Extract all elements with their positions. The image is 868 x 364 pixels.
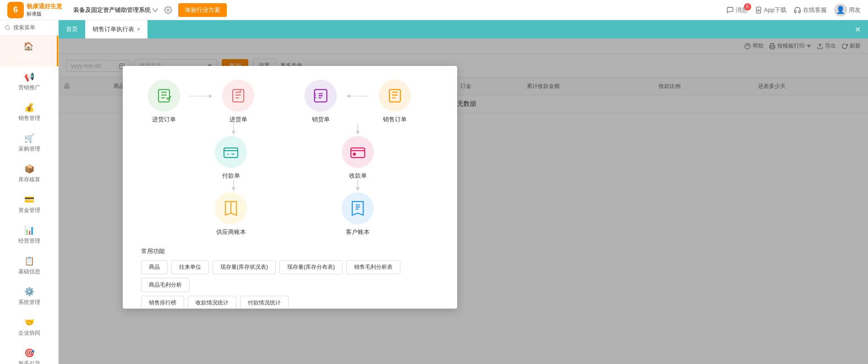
- func-btn-sales-rank[interactable]: 销售排行榜: [141, 296, 184, 309]
- svg-marker-32: [356, 187, 360, 191]
- message-icon: [726, 6, 734, 14]
- payment-circle: [215, 136, 247, 168]
- app-container: 6 畅康通好生意 标准版 装备及固定资产辅助管理系统 体验行业方案 消息: [0, 0, 868, 364]
- sidebar: 搜索菜单 🏠 快捷导航 📢 营销推广 💰 销售管理 🛒 采购管理 📦 库存核算: [0, 20, 59, 364]
- sidebar-item-quick[interactable]: 🏠 快捷导航: [0, 36, 58, 66]
- online-service-button[interactable]: 在线客服: [794, 6, 827, 14]
- common-functions-section: 常用功能 商品 往来单位 现存量(库存状况表) 现存量(库存分布表) 销售毛利分…: [141, 247, 439, 309]
- sidebar-item-business[interactable]: 📊 经营管理: [0, 220, 58, 250]
- settings-gear-button[interactable]: [162, 4, 175, 16]
- func-btn-product[interactable]: 商品: [141, 260, 168, 274]
- system-icon: ⚙️: [24, 287, 34, 297]
- svg-point-0: [167, 9, 169, 11]
- arrow-down-2: [171, 180, 231, 192]
- purchase-icon: 🛒: [24, 133, 34, 143]
- business-icon: 📊: [24, 225, 34, 235]
- arrow-down-4: [342, 180, 374, 192]
- sidebar-item-system[interactable]: ⚙️ 系统管理: [0, 281, 58, 312]
- finance-icon: 💳: [24, 195, 34, 205]
- purchase-bill-icon: [230, 87, 246, 104]
- app-download-button[interactable]: App下载: [755, 6, 786, 14]
- customer-ledger-icon: [349, 200, 366, 217]
- sale-order-icon: [387, 87, 403, 104]
- svg-point-30: [353, 153, 355, 155]
- svg-rect-16: [233, 90, 244, 102]
- sidebar-item-finance[interactable]: 💳 资金管理: [0, 189, 58, 220]
- svg-line-4: [9, 29, 10, 30]
- arrow-down-1: [171, 124, 231, 136]
- sidebar-item-marketing[interactable]: 📢 营销推广: [0, 66, 58, 97]
- system-title-dropdown[interactable]: 装备及固定资产辅助管理系统: [73, 6, 158, 14]
- receipt-circle: [342, 136, 374, 168]
- download-icon: [755, 6, 762, 14]
- purchase-bill-circle: [222, 80, 254, 112]
- svg-marker-21: [232, 187, 235, 191]
- func-btn-product-margin[interactable]: 商品毛利分析: [141, 278, 190, 292]
- gear-icon: [164, 6, 172, 14]
- tab-close-button[interactable]: ×: [137, 26, 140, 33]
- func-btn-receipt-stats[interactable]: 收款情况统计: [188, 296, 236, 309]
- purchase-flow-col: 进货订单: [141, 80, 261, 236]
- sale-bill-circle: [305, 80, 337, 112]
- arrow-h-1: [190, 93, 213, 110]
- down-arrow-4: [355, 180, 360, 191]
- sidebar-item-sales[interactable]: 💰 销售管理: [0, 97, 58, 128]
- trial-button[interactable]: 体验行业方案: [178, 3, 227, 17]
- tab-sales-order[interactable]: 销售订单执行表 ×: [85, 20, 147, 38]
- headset-icon: [794, 6, 801, 14]
- flow-item-payment[interactable]: 付款单: [155, 136, 247, 180]
- sidebar-item-purchase[interactable]: 🛒 采购管理: [0, 128, 58, 158]
- down-arrow-3: [355, 124, 360, 135]
- purchase-top-row: 进货订单: [141, 80, 261, 124]
- quick-nav-icon: 🏠: [23, 41, 33, 51]
- down-arrow-2: [231, 180, 236, 191]
- common-funcs-title: 常用功能: [141, 247, 439, 255]
- sidebar-item-guide[interactable]: 🎯 新手引导: [0, 342, 58, 364]
- flow-item-sale-bill[interactable]: 销货单: [298, 80, 344, 124]
- sale-order-circle: [379, 80, 411, 112]
- func-btn-payment-stats[interactable]: 付款情况统计: [240, 296, 289, 309]
- content-area: 首页 销售订单执行表 × ✕ 帮助: [59, 20, 868, 364]
- func-btn-inventory-dist[interactable]: 现存量(库存分布表): [279, 260, 343, 274]
- avatar: 👤: [834, 4, 847, 16]
- top-bar: 6 畅康通好生意 标准版 装备及固定资产辅助管理系统 体验行业方案 消息: [0, 0, 868, 20]
- svg-rect-13: [158, 90, 169, 102]
- tab-bar-close-button[interactable]: ✕: [847, 25, 868, 34]
- func-btn-inventory-status[interactable]: 现存量(库存状况表): [213, 260, 276, 274]
- flow-item-purchase-order[interactable]: 进货订单: [141, 80, 187, 124]
- sidebar-item-basic[interactable]: 📋 基础信息: [0, 250, 58, 281]
- message-badge: 6: [744, 3, 751, 11]
- func-btn-sales-margin[interactable]: 销售毛利分析表: [346, 260, 400, 274]
- svg-marker-28: [356, 131, 360, 135]
- flow-item-receipt[interactable]: 收款单: [335, 136, 381, 180]
- svg-rect-29: [351, 148, 365, 158]
- flow-item-supplier-ledger[interactable]: 供应商账本: [155, 192, 247, 236]
- message-button[interactable]: 消息 6: [726, 6, 748, 14]
- func-btn-contacts[interactable]: 往来单位: [171, 260, 209, 274]
- flow-item-purchase-bill[interactable]: 进货单: [215, 80, 261, 124]
- dashed-arrow-left: [346, 93, 369, 99]
- basic-icon: 📋: [24, 256, 34, 266]
- search-icon: [5, 25, 11, 31]
- supplier-ledger-icon: [223, 200, 239, 217]
- flow-diagram: 进货订单: [141, 80, 439, 236]
- flow-item-sale-order[interactable]: 销售订单: [372, 80, 418, 124]
- sales-top-row: 销货单: [298, 80, 418, 124]
- sidebar-item-inventory[interactable]: 📦 库存核算: [0, 158, 58, 189]
- dashed-arrow-right-1: [190, 93, 213, 99]
- main-area: 搜索菜单 🏠 快捷导航 📢 营销推广 💰 销售管理 🛒 采购管理 📦 库存核算: [0, 20, 868, 364]
- flow-item-customer-ledger[interactable]: 客户账本: [335, 192, 381, 236]
- page-inner: 帮助 按模板打印 导出 刷新: [59, 38, 868, 364]
- system-title: 装备及固定资产辅助管理系统: [73, 6, 151, 14]
- sidebar-item-collab[interactable]: 🤝 企业协同: [0, 312, 58, 342]
- tab-home[interactable]: 首页: [59, 20, 85, 38]
- sidebar-search[interactable]: 搜索菜单: [0, 20, 58, 36]
- modal-content: 进货订单: [123, 66, 457, 309]
- arrow-h-2: [346, 93, 369, 110]
- supplier-ledger-circle: [215, 192, 247, 224]
- inventory-icon: 📦: [24, 164, 34, 174]
- marketing-icon: 📢: [24, 72, 34, 82]
- user-profile-button[interactable]: 👤 用友: [834, 4, 861, 16]
- dropdown-chevron-icon: [153, 7, 158, 13]
- modal-overlay: 进货订单: [59, 38, 868, 364]
